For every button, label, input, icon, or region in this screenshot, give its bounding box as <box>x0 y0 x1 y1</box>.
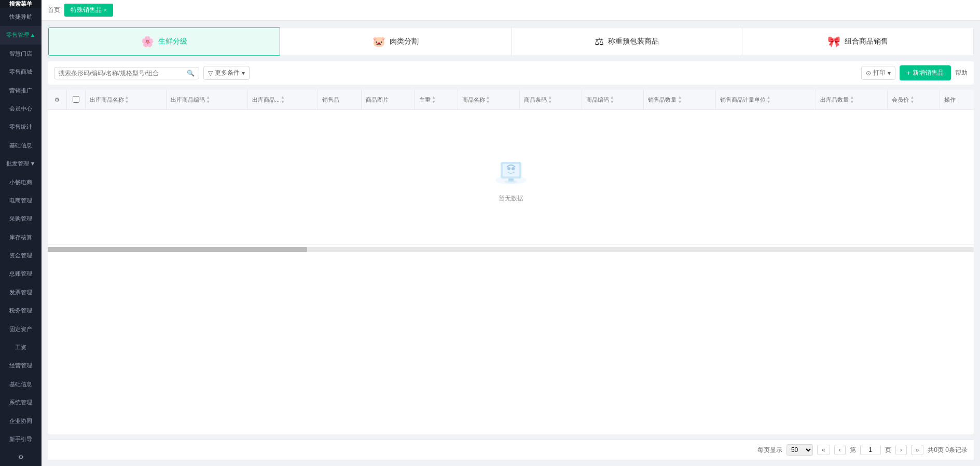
col-goods-name[interactable]: 商品名称 ▲▼ <box>458 90 520 110</box>
sidebar-item-invoice[interactable]: 发票管理 <box>0 283 42 301</box>
col-checkbox[interactable] <box>66 90 85 110</box>
total-text: 共0页 0条记录 <box>928 446 968 455</box>
sidebar-item-finance[interactable]: 资金管理 <box>0 246 42 265</box>
table-body: 暂无数据 <box>48 110 974 245</box>
page-label-2: 页 <box>885 446 891 455</box>
filter-label: 更多条件 <box>215 68 240 77</box>
col-out-qty[interactable]: 出库品数量 ▲▼ <box>816 90 888 110</box>
cat-tab-combo[interactable]: 🎀 组合商品销售 <box>742 28 973 56</box>
sidebar-item-sys-mgmt[interactable]: 系统管理 <box>0 393 42 412</box>
close-tab-icon[interactable]: × <box>104 7 107 13</box>
sidebar-item-ecommerce[interactable]: 小畅电商 <box>0 173 42 191</box>
select-all-checkbox[interactable] <box>73 96 79 103</box>
search-icon: 🔍 <box>187 70 195 77</box>
col-action: 操作 <box>940 90 974 110</box>
sidebar-item-purchase-mgmt[interactable]: 采购管理 <box>0 210 42 228</box>
sidebar-item-base-info-1[interactable]: 基础信息 <box>0 136 42 155</box>
cat-tab-weight-label: 称重预包装商品 <box>608 37 659 46</box>
add-label: 新增销售品 <box>913 68 944 77</box>
empty-illustration <box>490 152 532 188</box>
col-settings[interactable]: ⚙ <box>48 90 66 110</box>
sort-arrows-sale-unit: ▲▼ <box>767 95 771 104</box>
col-sale-item: 销售品 <box>318 90 361 110</box>
last-page-button[interactable]: » <box>911 445 924 455</box>
print-arrow: ▾ <box>888 70 891 77</box>
search-box[interactable]: 🔍 <box>54 67 199 79</box>
table-header-row: ⚙ 出库商品名称 ▲▼ 出库 <box>48 90 974 110</box>
data-table: ⚙ 出库商品名称 ▲▼ 出库 <box>48 90 974 244</box>
empty-state: 暂无数据 <box>48 110 974 244</box>
page-size-select[interactable]: 50 10 20 100 <box>786 444 813 456</box>
sidebar-item-ledger[interactable]: 总账管理 <box>0 265 42 283</box>
settings-icon: ⚙ <box>54 97 60 103</box>
pagination: 每页显示 50 10 20 100 « ‹ 第 页 › » 共0页 0条记录 <box>48 440 974 460</box>
col-out-spec[interactable]: 出库商品... ▲▼ <box>247 90 318 110</box>
cat-tab-combo-label: 组合商品销售 <box>845 37 888 46</box>
print-label: 打印 <box>873 68 886 77</box>
add-button[interactable]: + 新增销售品 <box>900 65 951 80</box>
sidebar-item-retail-mall[interactable]: 零售商城 <box>0 63 42 81</box>
sidebar-item-retail-mgmt[interactable]: 零售管理 ▲ <box>0 26 42 44</box>
active-tab[interactable]: 特殊销售品 × <box>64 4 113 17</box>
svg-point-6 <box>505 180 517 183</box>
sidebar-item-enterprise[interactable]: 企业协同 <box>0 412 42 430</box>
toolbar: 🔍 ▽ 更多条件 ▾ ⊙ 打印 ▾ + 新增销售品 帮助 <box>48 61 974 85</box>
col-sale-unit[interactable]: 销售商品计量单位 ▲▼ <box>715 90 816 110</box>
page-input[interactable] <box>860 445 881 455</box>
cat-tab-meat[interactable]: 🐷 肉类分割 <box>280 28 512 56</box>
col-sale-qty[interactable]: 销售品数量 ▲▼ <box>644 90 715 110</box>
fresh-icon: 🌸 <box>141 35 154 48</box>
arrow-icon-2: ▼ <box>30 160 36 168</box>
sort-arrows-member-price: ▲▼ <box>910 95 914 104</box>
cat-tab-meat-label: 肉类分割 <box>390 37 419 46</box>
cat-tab-fresh[interactable]: 🌸 生鲜分级 <box>48 27 281 56</box>
sidebar-item-wholesale-mgmt[interactable]: 批发管理 ▼ <box>0 155 42 173</box>
sort-arrows-weight: ▲▼ <box>432 95 436 104</box>
sort-arrows-barcode: ▲▼ <box>548 95 552 104</box>
sort-arrows-out-name: ▲▼ <box>125 95 129 104</box>
toolbar-left: 🔍 ▽ 更多条件 ▾ <box>54 66 250 80</box>
sidebar-item-ecommerce-mgmt[interactable]: 电商管理 <box>0 191 42 210</box>
add-icon: + <box>907 70 910 77</box>
sidebar-logo: 搜索菜单 <box>0 0 42 8</box>
topbar: 首页 特殊销售品 × <box>42 0 980 21</box>
sort-arrows-out-qty: ▲▼ <box>850 95 854 104</box>
col-out-name[interactable]: 出库商品名称 ▲▼ <box>85 90 167 110</box>
cat-tab-fresh-label: 生鲜分级 <box>158 37 187 46</box>
sidebar-item-member-center[interactable]: 会员中心 <box>0 100 42 118</box>
cat-tab-weight[interactable]: ⚖ 称重预包装商品 <box>512 28 743 56</box>
sidebar-item-inventory[interactable]: 库存核算 <box>0 228 42 246</box>
sidebar-item-retail-stats[interactable]: 零售统计 <box>0 118 42 136</box>
help-button[interactable]: 帮助 <box>955 68 968 77</box>
sidebar-item-fixed-assets[interactable]: 固定资产 <box>0 320 42 338</box>
sidebar-item-base-info-2[interactable]: 基础信息 <box>0 375 42 393</box>
sidebar-item-quick-nav[interactable]: 快捷导航 <box>0 8 42 26</box>
sidebar-item-smart-store[interactable]: 智慧门店 <box>0 45 42 63</box>
col-barcode[interactable]: 商品条码 ▲▼ <box>520 90 582 110</box>
gear-button[interactable]: ⚙ <box>0 448 42 466</box>
sidebar-item-marketing[interactable]: 营销推广 <box>0 81 42 100</box>
first-page-button[interactable]: « <box>817 445 830 455</box>
sidebar-item-beginner[interactable]: 新手引导 <box>0 430 42 448</box>
col-member-price[interactable]: 会员价 ▲▼ <box>888 90 940 110</box>
horizontal-scrollbar[interactable] <box>48 247 974 252</box>
empty-text: 暂无数据 <box>499 194 523 203</box>
sidebar-item-payroll[interactable]: 工资 <box>0 338 42 357</box>
col-out-code[interactable]: 出库商品编码 ▲▼ <box>167 90 248 110</box>
col-goods-code[interactable]: 商品编码 ▲▼ <box>582 90 644 110</box>
gear-icon: ⚙ <box>18 454 24 461</box>
col-weight[interactable]: 主重 ▲▼ <box>415 90 458 110</box>
search-input[interactable] <box>59 70 185 77</box>
print-button[interactable]: ⊙ 打印 ▾ <box>861 66 895 80</box>
page-content: 🌸 生鲜分级 🐷 肉类分割 ⚖ 称重预包装商品 🎀 组合商品销售 🔍 <box>42 21 980 466</box>
scrollbar-thumb[interactable] <box>48 247 307 252</box>
filter-arrow-icon: ▾ <box>242 70 245 77</box>
filter-button[interactable]: ▽ 更多条件 ▾ <box>203 66 250 80</box>
sidebar: 搜索菜单 快捷导航 零售管理 ▲ 智慧门店 零售商城 营销推广 会员中心 零售统… <box>0 0 42 466</box>
home-breadcrumb[interactable]: 首页 <box>48 6 60 15</box>
col-image: 商品图片 <box>362 90 415 110</box>
sidebar-item-tax[interactable]: 税务管理 <box>0 301 42 320</box>
sidebar-item-ops-mgmt[interactable]: 经营管理 <box>0 357 42 375</box>
next-page-button[interactable]: › <box>895 445 907 455</box>
prev-page-button[interactable]: ‹ <box>834 445 846 455</box>
